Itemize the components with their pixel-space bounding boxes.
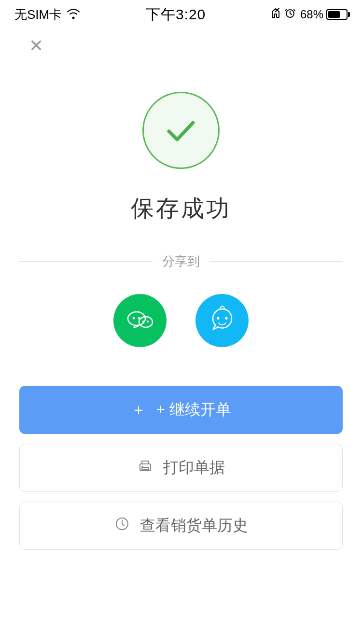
actions-section: ＋ + 继续开单 打印单据 查看销货单历史 — [19, 386, 343, 550]
status-time: 下午3:20 — [146, 5, 206, 25]
plus-icon: ＋ — [131, 399, 146, 420]
share-icons — [113, 294, 249, 347]
success-circle — [142, 92, 220, 169]
history-icon — [114, 516, 130, 536]
wechat-share-button[interactable] — [113, 294, 167, 347]
divider-right — [209, 261, 343, 262]
wifi-icon — [67, 7, 80, 22]
print-label: 打印单据 — [163, 457, 225, 478]
svg-point-1 — [128, 312, 145, 325]
location-icon — [271, 8, 280, 21]
qq-icon — [207, 305, 238, 336]
close-button[interactable]: ✕ — [24, 34, 48, 58]
share-section: 分享到 — [19, 253, 343, 347]
share-divider: 分享到 — [19, 253, 343, 270]
battery-icon — [326, 9, 348, 20]
status-bar: 无SIM卡 下午3:20 68% — [0, 0, 362, 29]
checkmark-icon — [162, 111, 200, 150]
main-content: 保存成功 分享到 — [0, 29, 362, 550]
svg-point-5 — [142, 321, 144, 322]
share-label: 分享到 — [162, 253, 200, 270]
print-icon — [137, 458, 153, 478]
qq-share-button[interactable] — [195, 294, 249, 347]
continue-label: + 继续开单 — [156, 399, 231, 420]
carrier-text: 无SIM卡 — [14, 6, 62, 23]
battery-percent: 68% — [300, 8, 323, 21]
history-button[interactable]: 查看销货单历史 — [19, 502, 343, 550]
print-button[interactable]: 打印单据 — [19, 444, 343, 492]
success-section: 保存成功 — [19, 92, 343, 253]
status-carrier: 无SIM卡 — [14, 6, 80, 23]
divider-left — [19, 261, 153, 262]
battery-container: 68% — [300, 8, 348, 21]
alarm-icon — [285, 8, 295, 21]
status-right: 68% — [271, 8, 348, 21]
success-title: 保存成功 — [131, 193, 231, 224]
close-x-icon: ✕ — [29, 37, 43, 55]
svg-point-4 — [138, 317, 140, 319]
history-label: 查看销货单历史 — [140, 515, 248, 536]
svg-point-3 — [132, 317, 135, 319]
svg-point-6 — [147, 321, 149, 322]
svg-point-11 — [142, 466, 143, 467]
svg-rect-10 — [142, 467, 149, 470]
svg-point-7 — [217, 317, 219, 320]
svg-point-8 — [225, 317, 227, 320]
wechat-icon — [125, 305, 156, 336]
continue-order-button[interactable]: ＋ + 继续开单 — [19, 386, 343, 434]
